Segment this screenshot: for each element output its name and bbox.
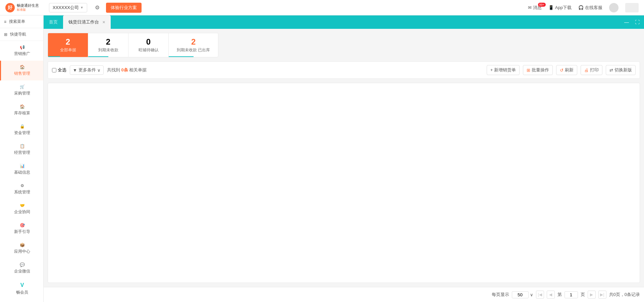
filter-button[interactable]: ▼ 更多条件 ∨ [70,65,104,75]
card-shipped-label: 到期未收款 已出库 [177,47,210,53]
tab-bar-actions: — ⛶ [623,18,644,26]
search-menu-label: 搜索菜单 [9,19,25,24]
sidebar-item-marketing[interactable]: 📢 营销推广 [0,41,43,61]
result-count: 0条 [121,67,128,72]
refresh-button[interactable]: ↺ 刷新 [556,65,577,75]
logo-icon: 好 [5,3,15,12]
tab-maximize-btn[interactable]: ⛶ [633,18,641,26]
page-content: 2 全部单据 2 到期未收款 0 旺辅待确认 [44,29,644,287]
result-text: 共找到 0条 相关单据 [107,67,147,73]
purchase-icon: 🛒 [20,84,25,89]
select-all-checkbox[interactable] [52,68,56,72]
header-right: ✉ 消息 99+ 📱 App下载 🎧 在线客服 [528,3,639,12]
system-icon: ⚙ [20,183,24,188]
sidebar-item-finance[interactable]: 🔒 资金管理 [0,120,43,140]
page-next-btn[interactable]: ▶ [588,291,596,299]
header-middle: ⚙ 体验行业方案 [93,3,528,13]
sidebar-item-purchase[interactable]: 🛒 采购管理 [0,80,43,100]
member-label: 畅会员 [16,290,28,295]
message-icon: ✉ [528,5,532,10]
finance-label: 资金管理 [14,130,30,136]
table-area [48,83,640,283]
user-name[interactable] [625,3,639,12]
inventory-label: 库存核算 [14,110,30,116]
sidebar-item-system[interactable]: ⚙ 系统管理 [0,179,43,199]
sidebar-item-inventory[interactable]: 🏠 库存核算 [0,100,43,120]
sidebar-quick-nav[interactable]: ⊞ 快捷导航 [0,28,43,41]
card-all-label: 全部单据 [56,47,80,53]
company-selector[interactable]: XXXXXX公司 ▼ [49,3,87,12]
card-all-progress [48,56,60,57]
page-size-select[interactable]: ∨ [512,291,533,298]
base-icon: 📊 [20,164,25,168]
sidebar-item-appstore[interactable]: 📦 应用中心 [0,239,43,258]
purchase-label: 采购管理 [14,90,30,96]
print-label: 打印 [590,67,599,73]
summary-cards: 2 全部单据 2 到期未收款 0 旺辅待确认 [48,33,218,57]
tab-workbench[interactable]: 钱货日清工作台 ✕ [63,15,111,29]
select-all-label: 全选 [58,67,66,73]
page-number-input[interactable] [565,291,578,298]
card-shipped[interactable]: 2 到期未收款 已出库 [169,33,218,57]
logo-area: 好 畅捷通好生意 标准版 [5,3,49,12]
page-size-input[interactable] [512,291,529,298]
print-icon: 🖨 [584,68,589,73]
sales-icon: 🏠 [20,65,25,69]
app-icon: 📱 [548,5,554,10]
card-overdue-progress [88,56,108,57]
app-download-btn[interactable]: 📱 App下载 [548,5,572,11]
messages-btn[interactable]: ✉ 消息 99+ [528,5,542,11]
page-first-btn[interactable]: |◀ [536,291,544,299]
tab-home[interactable]: 首页 [44,15,63,29]
sidebar-item-operations[interactable]: 📋 经营管理 [0,140,43,160]
finance-icon: 🔒 [20,124,25,129]
sidebar-item-base[interactable]: 📊 基础信息 [0,160,43,179]
service-label: 在线客服 [585,5,602,11]
avatar[interactable] [609,3,619,12]
sidebar-item-wechat[interactable]: 💬 企业微信 [0,258,43,278]
page-last-btn[interactable]: ▶| [598,291,606,299]
select-all-area: 全选 [52,67,66,73]
card-shipped-progress [169,56,194,57]
base-label: 基础信息 [14,170,30,175]
logo-badge: 标准版 [17,8,39,12]
tab-minimize-btn[interactable]: — [623,18,631,26]
service-btn[interactable]: 🎧 在线客服 [578,5,602,11]
sidebar-item-member[interactable]: V 畅会员 [0,278,43,299]
card-overdue-label: 到期未收款 [96,47,120,53]
sidebar-item-coop[interactable]: 🤝 企业协同 [0,199,43,219]
card-pending[interactable]: 0 旺辅待确认 [128,33,169,57]
app-label: App下载 [555,5,572,11]
page-suffix: 页 [581,292,585,298]
sidebar-item-sales[interactable]: 🏠 销售管理 [0,61,43,80]
card-all-count: 2 [56,37,80,47]
guide-icon: 🎯 [20,223,25,228]
company-name: XXXXXX公司 [53,5,79,11]
add-order-button[interactable]: + 新增销货单 [487,65,520,75]
trial-button[interactable]: 体验行业方案 [106,3,142,13]
company-dropdown-arrow: ▼ [80,6,84,9]
operations-icon: 📋 [20,144,25,148]
result-suffix: 相关单据 [129,67,147,72]
tab-bar: 首页 钱货日清工作台 ✕ — ⛶ [44,15,644,29]
tab-close-btn[interactable]: ✕ [102,20,105,24]
sidebar-search-menu[interactable]: ≡ 搜索菜单 [0,15,43,28]
search-menu-icon: ≡ [4,19,6,24]
page-size-arrow[interactable]: ∨ [530,292,533,297]
card-overdue[interactable]: 2 到期未收款 [88,33,128,57]
main-layout: ≡ 搜索菜单 ⊞ 快捷导航 📢 营销推广 🏠 销售管理 🛒 采购管理 🏠 库存核… [0,15,644,302]
switch-version-button[interactable]: ⇄ 切换新版 [606,65,636,75]
batch-op-button[interactable]: ⊞ 批量操作 [523,65,553,75]
print-button[interactable]: 🖨 打印 [581,65,602,75]
refresh-label: 刷新 [565,67,574,73]
settings-icon-btn[interactable]: ⚙ [93,3,102,12]
system-label: 系统管理 [14,189,30,195]
filter-arrow-icon: ∨ [97,68,101,73]
sidebar-item-guide[interactable]: 🎯 新手引导 [0,219,43,239]
card-overdue-count: 2 [96,37,120,47]
page-prev-btn[interactable]: ◀ [547,291,555,299]
card-all[interactable]: 2 全部单据 [48,33,88,57]
marketing-icon: 📢 [20,45,25,50]
sidebar: ≡ 搜索菜单 ⊞ 快捷导航 📢 营销推广 🏠 销售管理 🛒 采购管理 🏠 库存核… [0,15,44,302]
card-pending-label: 旺辅待确认 [137,47,160,53]
